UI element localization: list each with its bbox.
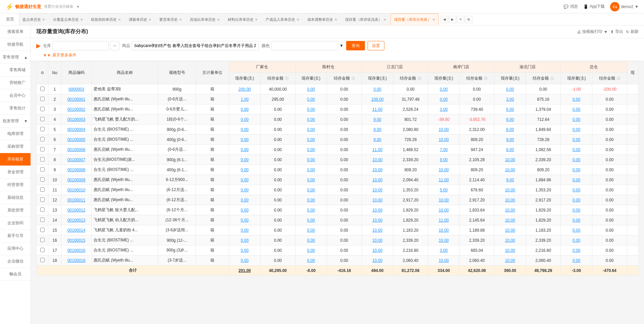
app-download-btn[interactable]: 📱 App下载 — [583, 4, 605, 9]
row-select-checkbox[interactable] — [40, 238, 45, 242]
row-factory-stock[interactable]: 0.00 — [229, 235, 261, 245]
row-yubeibei-stock[interactable]: 10.00 — [494, 155, 526, 165]
row-total-stock[interactable]: 0.00 — [561, 225, 592, 235]
row-total-stock[interactable]: 0.00 — [561, 135, 592, 145]
row-jiangbei-stock[interactable]: 109.00 — [362, 94, 393, 104]
footer-yubeibei-stock[interactable]: 390.00 — [494, 266, 526, 276]
tab-stock-dist[interactable]: 现存量（库存分布表） ✕ — [390, 13, 439, 26]
row-total-stock[interactable]: 0.00 — [561, 185, 592, 195]
row-jiangbei-stock[interactable]: 10.00 — [362, 205, 393, 215]
tab-material-out[interactable]: 材料出库单历史 ✕ — [224, 13, 261, 26]
row-total-stock[interactable]: 0.00 — [561, 195, 592, 205]
code-link[interactable]: 00100006 — [67, 147, 85, 152]
row-nanan-stock[interactable]: 3.00 — [428, 245, 460, 256]
row-select-checkbox[interactable] — [40, 248, 45, 252]
goods-input[interactable] — [131, 41, 259, 50]
close-icon[interactable]: ✕ — [297, 18, 299, 21]
row-total-stock[interactable]: 0.00 — [561, 245, 592, 256]
code-link[interactable]: 00100007 — [67, 157, 85, 162]
row-checkbox[interactable] — [37, 185, 48, 195]
row-checkbox[interactable] — [37, 205, 48, 215]
code-link[interactable]: 00100018 — [67, 258, 85, 263]
close-icon[interactable]: ✕ — [179, 18, 182, 21]
row-nanan-stock[interactable]: 10.00 — [428, 205, 460, 215]
footer-total-stock[interactable]: -3.00 — [561, 266, 592, 276]
row-factory-stock[interactable]: 0.00 — [229, 225, 261, 235]
row-factory-stock[interactable]: 0.00 — [229, 125, 261, 135]
row-select-checkbox[interactable] — [40, 87, 45, 91]
row-total-stock[interactable]: 0.00 — [561, 175, 592, 185]
row-checkbox[interactable] — [37, 245, 48, 256]
row-yubeibei-stock[interactable]: 10.00 — [494, 235, 526, 245]
row-jiangbei-stock[interactable]: 10.00 — [362, 185, 393, 195]
row-select-checkbox[interactable] — [40, 197, 45, 202]
sidebar-item-search[interactable]: 搜索英单 — [0, 26, 31, 38]
row-yubeibei-stock[interactable]: 9.00 — [494, 135, 526, 145]
code-link[interactable]: 00100014 — [67, 228, 85, 233]
row-nanan-stock[interactable]: 0.00 — [428, 94, 460, 104]
row-yubeibei-stock[interactable]: 10.00 — [494, 256, 526, 266]
sidebar-item-inventory[interactable]: 库存核算 — [0, 153, 31, 166]
row-checkbox[interactable] — [37, 94, 48, 104]
row-factory-stock[interactable]: 0.00 — [229, 165, 261, 175]
refresh-btn[interactable]: ↻ 刷新 — [626, 29, 639, 35]
dropdown-arrow[interactable]: ▼ — [76, 5, 80, 9]
row-select-checkbox[interactable] — [40, 137, 45, 141]
row-nanan-stock[interactable]: 10.00 — [428, 135, 460, 145]
row-jiangbei-stock[interactable]: 10.00 — [362, 165, 393, 175]
row-factory-stock[interactable]: 0.00 — [229, 145, 261, 155]
tab-requisition-history[interactable]: 要货单历史 ✕ — [156, 13, 185, 26]
tab-close-btn[interactable]: ✕ — [457, 16, 464, 23]
row-factory-stock[interactable]: 0.00 — [229, 215, 261, 225]
code-link[interactable]: 00100015 — [67, 238, 85, 243]
row-total-stock[interactable]: 0.00 — [561, 104, 592, 114]
row-nanan-stock[interactable]: 3.00 — [428, 104, 460, 114]
sidebar-item-appcenter[interactable]: 应用中心 — [0, 242, 31, 255]
user-info[interactable]: Ea demo2 ▼ — [610, 2, 639, 11]
close-icon[interactable]: ✕ — [255, 18, 258, 21]
row-jiangbei-stock[interactable]: 11.00 — [362, 145, 393, 155]
row-total-stock[interactable]: 0.00 — [561, 235, 592, 245]
row-checkbox[interactable] — [37, 235, 48, 245]
sidebar-item-purchase[interactable]: 采购管理 — [0, 140, 31, 153]
sidebar-item-retail-stats[interactable]: 零售统计 — [0, 102, 31, 115]
sidebar-item-marketing[interactable]: 营销推广 — [0, 77, 31, 89]
row-nanan-stock[interactable]: 10.00 — [428, 195, 460, 205]
sidebar-item-operations[interactable]: 经营管理 — [0, 179, 31, 191]
row-total-stock[interactable]: 0.00 — [561, 114, 592, 125]
tab-next-btn[interactable]: ▶ — [449, 16, 456, 23]
row-checkbox[interactable] — [37, 215, 48, 225]
row-chenma-stock[interactable]: 0.00 — [295, 104, 327, 114]
row-jiangbei-stock[interactable]: 10.00 — [362, 245, 393, 256]
code-link[interactable]: 00100002 — [67, 107, 85, 112]
row-select-checkbox[interactable] — [40, 117, 45, 121]
color-input[interactable] — [271, 41, 338, 50]
sidebar-item-finance[interactable]: 资金管理 — [0, 166, 31, 179]
row-nanan-stock[interactable]: 5.00 — [428, 185, 460, 195]
row-jiangbei-stock[interactable]: 10.00 — [362, 235, 393, 245]
row-select-checkbox[interactable] — [40, 177, 45, 182]
row-jiangbei-stock[interactable]: 10.00 — [362, 195, 393, 205]
code-link[interactable]: 00100012 — [67, 208, 85, 213]
row-select-checkbox[interactable] — [40, 207, 45, 212]
row-total-stock[interactable]: 0.00 — [561, 155, 592, 165]
row-checkbox[interactable] — [37, 155, 48, 165]
row-jiangbei-stock[interactable]: 0.00 — [362, 84, 393, 94]
row-yubeibei-stock[interactable]: 8.00 — [494, 125, 526, 135]
row-factory-stock[interactable]: 200.00 — [229, 84, 261, 94]
row-chenma-stock[interactable]: 0.00 — [295, 84, 327, 94]
row-jiangbei-stock[interactable]: 10.00 — [362, 175, 393, 185]
row-total-stock[interactable]: 0.00 — [561, 165, 592, 175]
chenma-amt-info-icon[interactable]: ⓘ — [352, 77, 355, 80]
tab-product-in[interactable]: 产成品入库单历史 ✕ — [262, 13, 303, 26]
sidebar-item-nav[interactable]: 快捷导航 — [0, 38, 31, 51]
sidebar-item-basics[interactable]: 基础信息 — [0, 191, 31, 204]
jiangbei-amt-info-icon[interactable]: ⓘ — [418, 77, 421, 80]
tab-home[interactable]: 首页 — [1, 13, 19, 26]
row-yubeibei-stock[interactable]: 8.00 — [494, 145, 526, 155]
row-nanan-stock[interactable]: 10.00 — [428, 256, 460, 266]
close-icon[interactable]: ✕ — [42, 18, 45, 21]
row-select-checkbox[interactable] — [40, 97, 45, 101]
code-link[interactable]: 00100005 — [67, 137, 85, 142]
row-yubeibei-stock[interactable]: 10.00 — [494, 245, 526, 256]
